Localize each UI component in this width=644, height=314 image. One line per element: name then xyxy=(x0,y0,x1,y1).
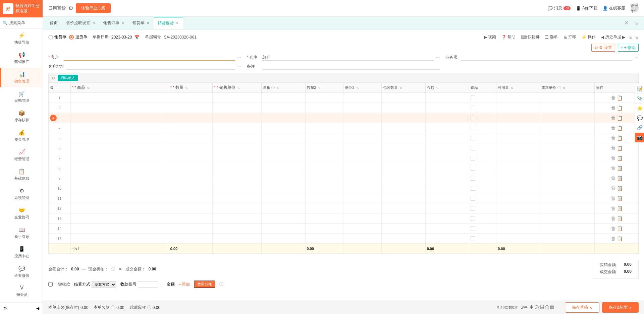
tab-sales-return[interactable]: 销货退货 ✕ xyxy=(154,17,183,29)
sidebar-item-enterprise[interactable]: 🤝 企业协同 xyxy=(0,204,43,223)
table-gear-icon[interactable]: ⚙ xyxy=(51,76,55,80)
draft-chevron[interactable]: ∧ xyxy=(589,305,592,310)
operate-btn[interactable]: ⚡ 操作 xyxy=(580,34,597,41)
delete-row-icon[interactable]: 🗑 xyxy=(611,166,615,171)
customer-picker[interactable]: ··· xyxy=(237,55,241,61)
qty2-cell[interactable] xyxy=(305,93,343,103)
calc-method-select[interactable]: 结算方式 xyxy=(92,281,116,288)
gift-checkbox[interactable] xyxy=(471,126,475,130)
sidebar-item-operation[interactable]: 📈 经营管理 xyxy=(0,145,43,165)
product-sort-icon[interactable]: ⇅ xyxy=(87,86,90,90)
sidebar-item-member[interactable]: V 畅会员 xyxy=(0,281,43,301)
sidebar-item-guide[interactable]: 📖 新手引导 xyxy=(0,223,43,243)
warehouse-picker[interactable]: ··· xyxy=(436,55,440,61)
delete-row-icon[interactable]: 🗑 xyxy=(611,216,615,221)
copy-row-icon[interactable]: 📋 xyxy=(617,186,623,191)
copy-row-icon[interactable]: 📋 xyxy=(617,206,623,211)
copy-row-icon[interactable]: 📋 xyxy=(617,236,623,241)
warehouse-input[interactable] xyxy=(262,54,434,61)
gift-checkbox[interactable] xyxy=(471,196,475,201)
tab-price-settings[interactable]: 售价提取设置 ✕ xyxy=(62,17,99,29)
search-menu[interactable]: 🔍 搜索菜单 xyxy=(0,17,43,29)
delete-row-icon[interactable]: 🗑 xyxy=(611,135,615,141)
video-btn[interactable]: ▶ 视频 xyxy=(483,34,497,41)
collect-help-icon[interactable]: ⓘ xyxy=(147,305,151,310)
delete-row-icon[interactable]: 🗑 xyxy=(611,95,615,101)
right-panel-attach[interactable]: 📎 xyxy=(635,94,644,104)
right-panel-link[interactable]: 🔗 xyxy=(635,123,644,133)
tab-close-all[interactable]: ✕ xyxy=(622,20,631,26)
delete-row-icon[interactable]: 🗑 xyxy=(611,226,615,231)
barcode-btn[interactable]: 扫码录入 xyxy=(58,75,78,81)
sidebar-item-sales[interactable]: 📊 销售管理 xyxy=(0,68,43,87)
gift-checkbox[interactable] xyxy=(471,206,475,211)
sidebar-item-enterprise-wechat[interactable]: 💬 企业微信 xyxy=(0,262,43,281)
copy-row-icon[interactable]: 📋 xyxy=(617,226,623,231)
avail-sort-icon[interactable]: ⇅ xyxy=(511,86,513,90)
tab-sales[interactable]: 销货单 ✕ xyxy=(128,17,154,29)
calendar-icon[interactable]: 📅 xyxy=(135,35,140,40)
sidebar-item-finance[interactable]: 💰 资金管理 xyxy=(0,126,43,145)
amount-cell[interactable] xyxy=(425,93,469,103)
sidebar-item-marketing[interactable]: 📢 营销推广 xyxy=(0,48,43,68)
qty-cell[interactable] xyxy=(169,93,212,103)
add-fee-btn[interactable]: + 添加 xyxy=(179,281,190,287)
app-download-btn[interactable]: 📱 App下载 xyxy=(576,5,597,11)
customer-input[interactable] xyxy=(64,54,235,61)
due-help-icon[interactable]: ⓘ xyxy=(111,305,115,310)
save-draft-btn[interactable]: 保存草稿 ∧ xyxy=(565,302,599,313)
account-dots[interactable]: ··· xyxy=(159,282,163,287)
tab-sales-close[interactable]: ✕ xyxy=(147,21,149,25)
gift-checkbox[interactable] xyxy=(471,176,475,181)
discount-help-icon[interactable]: ⓘ xyxy=(111,266,115,272)
copy-row-icon[interactable]: 📋 xyxy=(617,95,623,101)
sidebar-item-basic-info[interactable]: 📋 基础信息 xyxy=(0,165,43,184)
delete-row-icon[interactable]: 🗑 xyxy=(611,115,615,121)
unit2-sort-icon[interactable]: ⇅ xyxy=(356,86,359,90)
payment-checkbox[interactable] xyxy=(48,282,53,287)
gift-checkbox[interactable] xyxy=(471,166,475,171)
address-input[interactable] xyxy=(66,63,235,70)
right-panel-camera[interactable]: 📷 xyxy=(635,133,644,142)
sidebar-item-purchase[interactable]: 🛒 采购管理 xyxy=(0,87,43,107)
tab-sales-order-close[interactable]: ✕ xyxy=(121,21,124,25)
delete-row-icon[interactable]: 🗑 xyxy=(611,125,615,131)
sidebar-item-system[interactable]: ⚙ 系统管理 xyxy=(0,184,43,204)
copy-row-icon[interactable]: 📋 xyxy=(617,145,623,151)
delete-row-icon[interactable]: 🗑 xyxy=(611,236,615,241)
online-service-btn[interactable]: 👤 在线客服 xyxy=(603,5,625,11)
message-btn[interactable]: 💬 消息 70 xyxy=(548,5,571,11)
gift-checkbox[interactable] xyxy=(471,236,475,241)
unit2-cell[interactable] xyxy=(343,93,382,103)
gift-checkbox-active[interactable] xyxy=(471,116,475,120)
delete-row-icon[interactable]: 🗑 xyxy=(611,155,615,161)
sidebar-footer-collapse[interactable]: ◀ xyxy=(36,306,39,311)
gift-checkbox[interactable] xyxy=(471,226,475,231)
topbar-settings-icon[interactable]: ⚙ xyxy=(68,5,73,11)
delete-row-icon[interactable]: 🗑 xyxy=(611,145,615,151)
copy-row-icon[interactable]: 📋 xyxy=(617,216,623,221)
select-btn[interactable]: ☰ 选单 xyxy=(544,34,559,41)
print-btn[interactable]: 🖨 打印 xyxy=(562,34,578,41)
copy-row-icon[interactable]: 📋 xyxy=(617,135,623,141)
fee-split-btn[interactable]: 费用分摊 xyxy=(194,280,215,288)
unit-sort-icon[interactable]: ⇅ xyxy=(237,86,240,90)
experience-btn[interactable]: 体验行业方案 xyxy=(76,3,111,13)
qty2-sort-icon[interactable]: ⇅ xyxy=(318,86,321,90)
save-new-btn[interactable]: 保存&新增 ∧ xyxy=(602,302,639,313)
right-panel-chat[interactable]: 💬 xyxy=(635,113,644,123)
cost-sort-icon[interactable]: ⇅ xyxy=(562,86,565,90)
unit-cell[interactable] xyxy=(212,93,262,103)
sidebar-item-app-center[interactable]: 📱 应用中心 xyxy=(0,243,43,262)
radio-sales[interactable]: 销货单 xyxy=(48,34,66,40)
copy-row-icon[interactable]: 📋 xyxy=(617,196,623,201)
gift-checkbox[interactable] xyxy=(471,146,475,150)
help-btn[interactable]: ❓ 帮助 xyxy=(500,34,517,41)
pack-cell[interactable] xyxy=(382,93,425,103)
staff-picker[interactable]: ··· xyxy=(634,55,639,61)
view-list-icon[interactable]: ⊞ xyxy=(629,35,633,40)
gift-checkbox[interactable] xyxy=(471,156,475,161)
delete-row-icon[interactable]: 🗑 xyxy=(611,105,615,111)
sidebar-item-inventory[interactable]: 📦 库存核算 xyxy=(0,107,43,126)
address-picker[interactable]: ··· xyxy=(237,64,241,70)
